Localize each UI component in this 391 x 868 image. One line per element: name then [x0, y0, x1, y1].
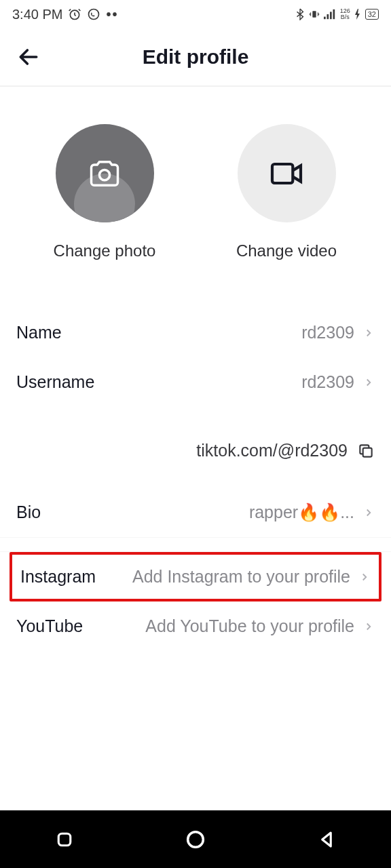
instagram-row[interactable]: Instagram Add Instagram to your profile [10, 552, 381, 601]
svg-rect-3 [324, 17, 326, 20]
signal-icon [324, 9, 336, 20]
battery-indicator: 32 [365, 9, 379, 20]
change-photo-button[interactable]: Change photo [30, 124, 179, 260]
username-value: rd2309 [301, 372, 354, 392]
vibrate-icon [309, 9, 320, 20]
svg-rect-10 [59, 833, 71, 846]
section-gap [0, 537, 391, 552]
username-row[interactable]: Username rd2309 [0, 357, 391, 407]
svg-rect-9 [363, 448, 372, 456]
system-nav-bar [0, 810, 391, 868]
chevron-right-icon [362, 507, 375, 519]
svg-rect-4 [327, 14, 329, 19]
nav-back-button[interactable] [316, 829, 337, 850]
svg-rect-2 [312, 11, 316, 17]
camera-icon [87, 156, 122, 191]
bluetooth-icon [295, 8, 305, 20]
chevron-right-icon [362, 620, 375, 633]
charging-icon [354, 9, 361, 20]
svg-point-7 [99, 170, 109, 180]
name-label: Name [16, 323, 62, 342]
nav-home-button[interactable] [184, 828, 207, 851]
status-time: 3:40 PM [12, 7, 62, 22]
chevron-right-icon [358, 571, 371, 583]
chevron-right-icon [362, 327, 375, 339]
profile-url-row: tiktok.com/@rd2309 [0, 407, 391, 488]
back-button[interactable] [15, 43, 42, 71]
svg-point-11 [188, 831, 204, 847]
name-value: rd2309 [301, 323, 354, 342]
video-icon [267, 155, 305, 193]
whatsapp-icon [87, 7, 100, 21]
status-left: 3:40 PM •• [12, 7, 119, 22]
more-notifications-icon: •• [106, 7, 118, 22]
chevron-right-icon [362, 376, 375, 389]
bio-value: rapper🔥🔥... [249, 502, 354, 522]
copy-url-button[interactable] [357, 442, 375, 460]
video-circle [238, 124, 336, 222]
instagram-value: Add Instagram to your profile [132, 567, 350, 587]
photo-avatar-circle [56, 124, 154, 222]
instagram-label: Instagram [20, 567, 96, 587]
profile-fields-list: Name rd2309 Username rd2309 tiktok.com/@… [0, 288, 391, 651]
svg-point-1 [89, 9, 99, 20]
nav-recent-button[interactable] [54, 829, 75, 850]
name-row[interactable]: Name rd2309 [0, 308, 391, 357]
change-video-label: Change video [236, 241, 337, 260]
youtube-label: YouTube [16, 616, 83, 636]
youtube-value: Add YouTube to your profile [145, 616, 354, 636]
alarm-icon [68, 7, 81, 21]
profile-url: tiktok.com/@rd2309 [196, 441, 348, 460]
network-rate: 126 B/s [340, 8, 350, 20]
status-right: 126 B/s 32 [295, 8, 379, 20]
header: Edit profile [0, 28, 391, 85]
change-photo-label: Change photo [54, 241, 156, 260]
media-section: Change photo Change video [0, 87, 391, 288]
svg-rect-5 [330, 12, 332, 19]
network-rate-bottom: B/s [341, 14, 350, 20]
bio-row[interactable]: Bio rapper🔥🔥... [0, 488, 391, 537]
bio-label: Bio [16, 502, 41, 522]
youtube-row[interactable]: YouTube Add YouTube to your profile [0, 601, 391, 651]
svg-rect-8 [272, 164, 293, 183]
status-bar: 3:40 PM •• 126 B/s 32 [0, 0, 391, 28]
svg-rect-6 [333, 9, 335, 19]
copy-icon [357, 442, 375, 460]
username-label: Username [16, 372, 94, 392]
change-video-button[interactable]: Change video [212, 124, 361, 260]
page-title: Edit profile [143, 45, 249, 68]
